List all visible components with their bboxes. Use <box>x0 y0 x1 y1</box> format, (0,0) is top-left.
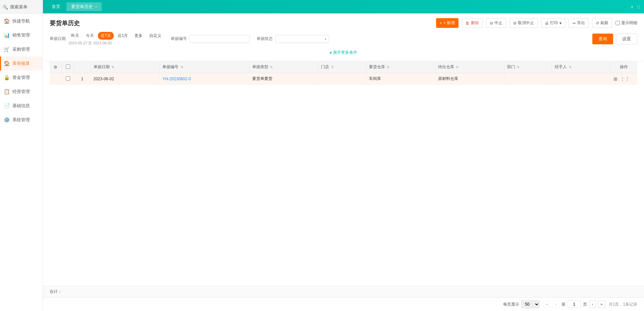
sidebar-item-basic-info[interactable]: 📄 基础信息 <box>0 99 43 113</box>
per-page-label: 每页显示 <box>503 302 519 307</box>
col-req-warehouse: 要货仓库 ⇅ <box>366 61 435 73</box>
expand-filter-button[interactable]: ▾ 展开更多条件 <box>327 48 360 57</box>
gear-icon: ⚙️ <box>4 117 10 123</box>
first-page-button[interactable]: « <box>543 301 551 308</box>
table-wrap: ⚙ 单据日期 ⇅ 单据编号 ⇅ <box>43 61 644 286</box>
sidebar-search-label: 搜索菜单 <box>10 4 28 10</box>
sidebar-item-label: 经营管理 <box>12 89 30 95</box>
tab-home[interactable]: 首页 <box>47 2 65 11</box>
date-btn-7days[interactable]: 近7天 <box>98 32 114 40</box>
sidebar-item-sales[interactable]: 📊 销售管理 <box>0 28 43 42</box>
show-detail-checkbox[interactable] <box>615 21 620 25</box>
row-ops-cell: ⊞ ⋮⋮ <box>610 73 637 85</box>
date-btn-more[interactable]: 更多 <box>132 32 145 40</box>
sidebar-item-system[interactable]: ⚙️ 系统管理 <box>0 113 43 127</box>
inventory-icon: 🏠 <box>4 60 10 66</box>
sidebar-item-operations[interactable]: 📋 经营管理 <box>0 85 43 99</box>
refresh-button[interactable]: ↺ 刷新 <box>592 18 612 28</box>
toolbar: + + 新增 🗑 删除 ⊘ 中止 ⊘ 取消中止 🖨 打印 <box>436 18 637 28</box>
sidebar-search[interactable]: 🔍 搜索菜单 <box>0 0 43 14</box>
sidebar-item-label: 基础信息 <box>12 103 30 109</box>
status-select[interactable] <box>275 35 329 43</box>
select-all-checkbox[interactable] <box>66 64 70 69</box>
window-close-icon[interactable]: × <box>631 4 634 9</box>
row-checkbox[interactable] <box>66 76 70 81</box>
delete-icon: 🗑 <box>466 21 470 26</box>
page-title: 要货单历史 <box>50 19 80 27</box>
sort-dept-icon[interactable]: ⇅ <box>517 65 520 69</box>
export-button[interactable]: ⇒ 导出 <box>569 18 589 28</box>
sidebar-item-inventory[interactable]: 🏠 库存核算 <box>0 56 43 71</box>
filter-bar: 单据日期 昨天 今天 近7天 近1月 更多 自定义 2023-05-27 至 2… <box>43 28 644 61</box>
page-size-wrap: 每页显示 10 20 50 100 <box>503 300 540 308</box>
sidebar-item-purchase[interactable]: 🛒 采购管理 <box>0 42 43 56</box>
order-no-filter: 单据编号 <box>171 35 250 43</box>
sidebar: 🔍 搜索菜单 🏠 快捷导航 📊 销售管理 🛒 采购管理 🏠 库存核算 🔒 资金管… <box>0 0 43 311</box>
date-btn-1month[interactable]: 近1月 <box>115 32 131 40</box>
print-button[interactable]: 🖨 打印 ▾ <box>541 18 565 28</box>
query-button[interactable]: 查询 <box>592 34 613 44</box>
col-gear: ⚙ <box>50 61 62 73</box>
sort-store-icon[interactable]: ⇅ <box>331 65 334 69</box>
document-icon: 📄 <box>4 103 10 109</box>
refresh-icon: ↺ <box>596 21 599 26</box>
prev-page-button[interactable]: ‹ <box>553 301 559 308</box>
sort-type-icon[interactable]: ⇅ <box>270 65 273 69</box>
sort-pending-warehouse-icon[interactable]: ⇅ <box>456 65 459 69</box>
col-ops: 操作 <box>610 61 637 73</box>
search-icon: 🔍 <box>3 5 8 10</box>
content: 要货单历史 + + 新增 🗑 删除 ⊘ 中止 ⊘ 取消中止 <box>43 13 644 311</box>
settings-button[interactable]: 设置 <box>616 34 637 44</box>
delete-button[interactable]: 🗑 删除 <box>462 18 483 28</box>
view-icon[interactable]: ⊞ <box>613 76 618 82</box>
table-footer: 合计： <box>43 286 644 297</box>
sort-handler-icon[interactable]: ⇅ <box>569 65 572 69</box>
filter-row: 单据日期 昨天 今天 近7天 近1月 更多 自定义 2023-05-27 至 2… <box>50 32 637 46</box>
date-btn-custom[interactable]: 自定义 <box>147 32 164 40</box>
new-button[interactable]: + + 新增 <box>436 18 459 28</box>
sidebar-item-label: 销售管理 <box>12 32 30 38</box>
show-detail-label: 显示明细 <box>621 20 637 26</box>
order-no-input[interactable] <box>190 35 250 43</box>
close-tab-icon[interactable]: × <box>95 5 97 9</box>
sidebar-item-finance[interactable]: 🔒 资金管理 <box>0 71 43 85</box>
tab-active[interactable]: 要货单历史 × <box>66 2 102 11</box>
col-pending-warehouse: 待出仓库 ⇅ <box>435 61 504 73</box>
sidebar-item-quick-nav[interactable]: 🏠 快捷导航 <box>0 14 43 28</box>
show-detail-toggle[interactable]: 显示明细 <box>615 20 637 26</box>
row-no-link[interactable]: YH-20230602-0 <box>162 77 191 81</box>
sort-req-warehouse-icon[interactable]: ⇅ <box>387 65 389 69</box>
next-page-button[interactable]: › <box>589 301 596 308</box>
expand-row: ▾ 展开更多条件 <box>50 48 637 57</box>
row-num-cell: 1 <box>74 73 91 85</box>
row-checkbox-cell <box>62 73 74 85</box>
row-handler-cell <box>552 73 610 85</box>
pagination: « ‹ 第 页 › » <box>543 301 605 308</box>
col-store: 门店 ⇅ <box>318 61 366 73</box>
col-type: 单据类型 ⇅ <box>249 61 318 73</box>
sort-no-icon[interactable]: ⇅ <box>180 65 183 69</box>
cancel-stop-button[interactable]: ⊘ 取消中止 <box>509 18 538 28</box>
expand-label: 展开更多条件 <box>333 50 357 55</box>
row-gear-cell <box>50 73 62 85</box>
table-row: 1 2023-06-02 YH-20230602-0 要货单要货 车间库 原材料… <box>50 73 637 85</box>
col-dept: 部门 ⇅ <box>504 61 552 73</box>
date-btn-today[interactable]: 今天 <box>83 32 97 40</box>
more-icon[interactable]: ⋮⋮ <box>620 76 630 82</box>
print-dropdown-icon: ▾ <box>559 21 561 26</box>
filter-actions: 查询 设置 <box>592 34 637 44</box>
row-pending-warehouse-cell: 原材料仓库 <box>435 73 504 85</box>
row-date-cell: 2023-06-02 <box>91 73 160 85</box>
stop-button[interactable]: ⊘ 中止 <box>486 18 506 28</box>
date-btn-yesterday[interactable]: 昨天 <box>68 32 82 40</box>
tab-home-label: 首页 <box>52 4 60 10</box>
lock-icon: 🔒 <box>4 75 10 81</box>
page-input[interactable] <box>568 301 581 308</box>
topbar: 首页 要货单历史 × × □ <box>43 0 644 13</box>
settings-col-icon[interactable]: ⚙ <box>54 65 57 70</box>
window-maximize-icon[interactable]: □ <box>637 4 640 9</box>
sort-date-icon[interactable]: ⇅ <box>111 65 114 69</box>
page-size-select[interactable]: 10 20 50 100 <box>521 300 540 308</box>
page-total: 共1页，1条记录 <box>609 302 637 307</box>
last-page-button[interactable]: » <box>598 301 605 308</box>
